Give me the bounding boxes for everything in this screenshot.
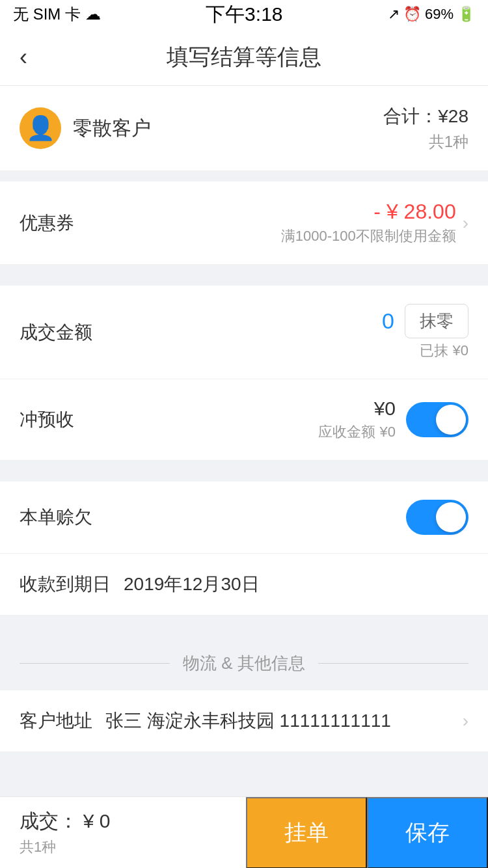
battery-text: 69% bbox=[425, 6, 454, 23]
separator-2 bbox=[0, 471, 488, 481]
coupon-right-stack: - ¥ 28.00 满1000-100不限制使用金额 bbox=[281, 200, 456, 246]
debt-toggle-knob bbox=[436, 502, 466, 532]
avatar-icon: 👤 bbox=[26, 115, 55, 142]
separator-1 bbox=[0, 275, 488, 286]
due-date-value: 2019年12月30日 bbox=[124, 572, 260, 597]
address-chevron-icon: › bbox=[463, 711, 468, 731]
hang-order-button[interactable]: 挂单 bbox=[246, 797, 367, 869]
deal-amount-right: 0 抹零 已抹 ¥0 bbox=[382, 304, 468, 360]
address-label: 客户地址 bbox=[20, 709, 92, 733]
signal-text: 无 SIM 卡 ☁ bbox=[13, 4, 101, 25]
coupon-description: 满1000-100不限制使用金额 bbox=[281, 226, 456, 246]
alarm-icon: ⏰ bbox=[403, 6, 421, 23]
battery-icon: 🔋 bbox=[457, 6, 475, 23]
bottom-bar: 成交： ¥ 0 共1种 挂单 保存 bbox=[0, 796, 488, 868]
deal-amount-label: 成交金额 bbox=[20, 320, 92, 345]
status-right: ↗ ⏰ 69% 🔋 bbox=[388, 6, 475, 23]
coupon-row[interactable]: 优惠券 - ¥ 28.00 满1000-100不限制使用金额 › bbox=[0, 182, 488, 265]
status-time: 下午3:18 bbox=[206, 1, 282, 28]
prepay-toggle[interactable] bbox=[406, 402, 468, 437]
content-area: 👤 零散客户 合计：¥28 共1种 优惠券 - ¥ 28.00 满1000-10… bbox=[0, 86, 488, 868]
already-rounded-text: 已抹 ¥0 bbox=[382, 341, 468, 360]
coupon-right: - ¥ 28.00 满1000-100不限制使用金额 › bbox=[281, 200, 468, 246]
item-count: 共1种 bbox=[383, 131, 468, 152]
chevron-right-icon: › bbox=[463, 213, 468, 234]
order-total: 合计：¥28 bbox=[383, 104, 468, 129]
receivable-text: 应收金额 ¥0 bbox=[318, 422, 396, 442]
logistics-label: 物流 & 其他信息 bbox=[183, 652, 305, 675]
due-date-label: 收款到期日 bbox=[20, 572, 111, 597]
logistics-line-left bbox=[20, 663, 170, 664]
round-zero-button[interactable]: 抹零 bbox=[405, 304, 468, 338]
bottom-deal-row: 成交： ¥ 0 bbox=[20, 808, 226, 835]
status-left: 无 SIM 卡 ☁ bbox=[13, 4, 101, 25]
page-title: 填写结算等信息 bbox=[167, 42, 321, 72]
debt-row: 本单赊欠 bbox=[0, 481, 488, 554]
nav-bar: ‹ 填写结算等信息 bbox=[0, 29, 488, 86]
location-icon: ↗ bbox=[388, 6, 400, 23]
bottom-deal-amount: ¥ 0 bbox=[83, 810, 111, 832]
bottom-deal-label: 成交： bbox=[20, 810, 78, 832]
bottom-summary: 成交： ¥ 0 共1种 bbox=[0, 808, 246, 857]
prepay-label: 冲预收 bbox=[20, 407, 74, 432]
debt-label: 本单赊欠 bbox=[20, 505, 92, 530]
address-section: 客户地址 张三 海淀永丰科技园 11111111111 › bbox=[0, 690, 488, 752]
customer-name: 零散客户 bbox=[73, 115, 151, 142]
back-button[interactable]: ‹ bbox=[20, 44, 27, 71]
deal-amount-section: 成交金额 0 抹零 已抹 ¥0 冲预收 ¥0 应收金额 ¥0 bbox=[0, 286, 488, 461]
coupon-discount: - ¥ 28.00 bbox=[281, 200, 456, 224]
avatar: 👤 bbox=[20, 107, 61, 149]
bottom-item-count: 共1种 bbox=[20, 837, 226, 857]
customer-info: 👤 零散客户 bbox=[20, 107, 151, 149]
coupon-label: 优惠券 bbox=[20, 211, 74, 236]
toggle-knob bbox=[436, 405, 466, 435]
prepay-stack: ¥0 应收金额 ¥0 bbox=[318, 398, 396, 442]
debt-section: 本单赊欠 收款到期日 2019年12月30日 bbox=[0, 481, 488, 616]
deal-amount-value: 0 bbox=[382, 308, 394, 334]
save-button[interactable]: 保存 bbox=[367, 797, 488, 869]
deal-amount-row: 成交金额 0 抹零 已抹 ¥0 bbox=[0, 286, 488, 379]
prepay-row: 冲预收 ¥0 应收金额 ¥0 bbox=[0, 379, 488, 461]
due-date-row: 收款到期日 2019年12月30日 bbox=[0, 554, 488, 616]
customer-row: 👤 零散客户 合计：¥28 共1种 bbox=[0, 86, 488, 171]
logistics-line-right bbox=[318, 663, 468, 664]
prepay-right: ¥0 应收金额 ¥0 bbox=[318, 398, 468, 442]
customer-summary: 合计：¥28 共1种 bbox=[383, 104, 468, 152]
address-row[interactable]: 客户地址 张三 海淀永丰科技园 11111111111 › bbox=[0, 690, 488, 752]
coupon-section: 优惠券 - ¥ 28.00 满1000-100不限制使用金额 › bbox=[0, 182, 488, 265]
customer-section: 👤 零散客户 合计：¥28 共1种 bbox=[0, 86, 488, 171]
debt-toggle[interactable] bbox=[406, 500, 468, 535]
deal-amount-value-area: 0 抹零 bbox=[382, 304, 468, 338]
logistics-header: 物流 & 其他信息 bbox=[0, 636, 488, 690]
address-value: 张三 海淀永丰科技园 11111111111 bbox=[105, 709, 463, 733]
status-bar: 无 SIM 卡 ☁ 下午3:18 ↗ ⏰ 69% 🔋 bbox=[0, 0, 488, 29]
separator-3 bbox=[0, 626, 488, 636]
prepay-amount: ¥0 bbox=[318, 398, 396, 420]
